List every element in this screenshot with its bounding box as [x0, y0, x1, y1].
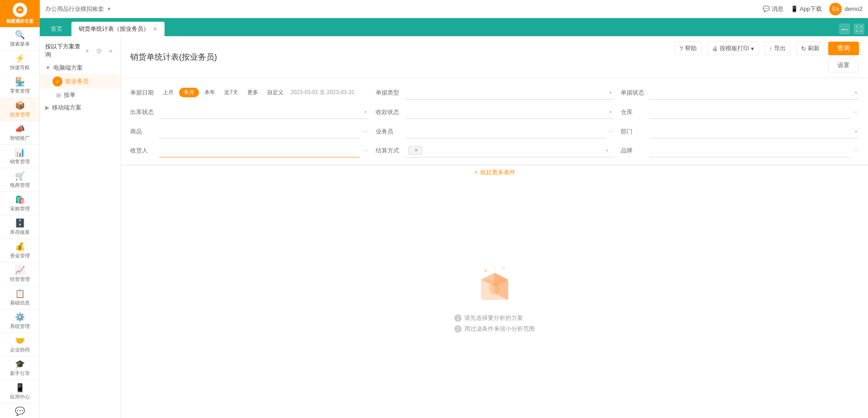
date-option-this-month[interactable]: 本月 — [179, 88, 199, 97]
date-range: 2023-03-01 至 2023-03-31 — [291, 89, 354, 96]
app-download-btn[interactable]: 📱 App下载 — [791, 5, 822, 13]
refresh-btn[interactable]: ↻ 刷新 — [796, 42, 825, 55]
date-option-last-month[interactable]: 上月 — [159, 88, 177, 97]
brand-input[interactable] — [650, 144, 851, 157]
collect-status-label: 收款状态 — [376, 108, 401, 116]
sidebar-item-quick-nav[interactable]: ⚡ 快捷导航 — [0, 51, 39, 74]
sidebar-item-finance-label: 资金管理 — [10, 252, 30, 259]
search-icon: 🔍 — [15, 30, 25, 40]
sidebar-item-retail-label: 零售管理 — [10, 88, 30, 95]
sidebar-item-inventory[interactable]: 🗄️ 库存核算 — [0, 215, 39, 239]
logo-icon — [13, 3, 27, 17]
tree-section-mobile[interactable]: ▶ 移动端方案 — [40, 101, 121, 114]
tree-subitem-order-label: 按单 — [64, 91, 75, 99]
warehouse-input[interactable] — [650, 105, 851, 119]
bill-type-filter: 单据类型 ▾ — [376, 86, 614, 100]
collapse-panel-btn[interactable]: « — [106, 46, 115, 55]
empty-state: 1 请先选择要分析的方案 2 用过滤条件来缩小分析范围 — [121, 179, 868, 418]
out-status-select[interactable] — [159, 105, 368, 119]
refresh-label: 刷新 — [808, 44, 820, 52]
help-btn[interactable]: ? 帮助 — [675, 42, 701, 55]
warehouse-dots-icon[interactable]: ··· — [851, 108, 859, 116]
page-title: 销货单统计表(按业务员) — [130, 52, 217, 62]
salesman-filter: 业务员 ··· — [376, 125, 614, 138]
salesman-input[interactable] — [405, 125, 606, 138]
collapse-bar[interactable]: ∧ 收起更多条件 — [121, 165, 868, 179]
sidebar: 畅捷通好生意 🔍 搜索菜单 ⚡ 快捷导航 🏪 零售管理 📦 批发管理 📣 营销推… — [0, 0, 40, 418]
consignee-input[interactable] — [159, 144, 360, 157]
sidebar-item-ecommerce[interactable]: 🛒 电商管理 — [0, 168, 39, 192]
user-info[interactable]: Ea demo2 — [829, 3, 863, 15]
print-icon: 🖨 — [712, 45, 718, 52]
retail-icon: 🏪 — [15, 77, 25, 87]
tree-section-pc[interactable]: ▼ 电脑端方案 — [40, 62, 121, 74]
payment-method-tag-close[interactable]: ✕ — [414, 147, 418, 153]
svg-point-5 — [484, 269, 487, 272]
sidebar-item-apps[interactable]: 📱 应用中心 — [0, 380, 39, 404]
sidebar-item-system-label: 系统管理 — [10, 323, 30, 330]
app-logo: 畅捷通好生意 — [0, 0, 40, 27]
wechat-icon: 💬 — [15, 406, 25, 416]
purchase-icon: 🛍️ — [15, 195, 25, 204]
tree-leaf-salesman[interactable]: ✓ 按业务员 — [40, 74, 121, 89]
sidebar-item-sales[interactable]: 📊 销售管理 — [0, 145, 39, 168]
filter-row-2: 出库状态 ▾ 收款状态 — [130, 105, 859, 119]
sidebar-item-basic[interactable]: 📋 基础信息 — [0, 286, 39, 309]
message-btn[interactable]: 💬 消息 — [763, 5, 783, 13]
date-option-more[interactable]: 更多 — [244, 88, 262, 97]
tab-home-label: 首页 — [51, 25, 62, 33]
sidebar-item-purchase-label: 采购管理 — [10, 205, 30, 212]
tab-maximize-btn[interactable]: ⛶ — [854, 24, 864, 34]
query-button[interactable]: 查询 — [828, 42, 859, 55]
sidebar-item-purchase[interactable]: 🛍️ 采购管理 — [0, 192, 39, 215]
sidebar-item-marketing[interactable]: 📣 营销推广 — [0, 121, 39, 145]
collect-status-select[interactable] — [405, 105, 614, 119]
sidebar-nav: 🔍 搜索菜单 ⚡ 快捷导航 🏪 零售管理 📦 批发管理 📣 营销推广 📊 销售管… — [0, 27, 39, 418]
export-btn[interactable]: ↑ 导出 — [764, 42, 791, 55]
tab-home[interactable]: 首页 — [43, 22, 70, 36]
date-filter-label: 单据日期 — [130, 89, 156, 97]
tab-minimize-btn[interactable]: — — [839, 24, 850, 34]
brand-dots-icon[interactable]: ··· — [851, 147, 859, 155]
payment-method-label: 结算方式 — [376, 147, 401, 155]
date-option-custom[interactable]: 自定义 — [264, 88, 287, 97]
tab-sales-stats[interactable]: 销货单统计表（按业务员） ✕ — [71, 22, 165, 36]
empty-tip-2: 2 用过滤条件来缩小分析范围 — [454, 325, 535, 333]
warehouse-label: 仓库 — [621, 108, 646, 116]
subitem-icon: ⊞ — [56, 92, 61, 99]
consignee-dots-icon[interactable]: ··· — [360, 147, 368, 155]
sidebar-item-enterprise[interactable]: 🤝 企业协同 — [0, 333, 39, 356]
apps-icon: 📱 — [15, 383, 25, 393]
sidebar-item-search[interactable]: 🔍 搜索菜单 — [0, 27, 39, 51]
sidebar-item-newbie[interactable]: 🎓 新手引导 — [0, 356, 39, 380]
print-btn[interactable]: 🖨 按模板打印 ▾ — [707, 42, 759, 55]
sidebar-item-operation[interactable]: 📈 经营管理 — [0, 262, 39, 286]
operation-icon: 📈 — [15, 265, 25, 275]
tab-close-icon[interactable]: ✕ — [153, 26, 157, 32]
sidebar-item-system[interactable]: ⚙️ 系统管理 — [0, 309, 39, 333]
tree-section-pc-label: 电脑端方案 — [53, 64, 83, 72]
settings-button[interactable]: 设置 — [828, 58, 859, 72]
salesman-dots-icon[interactable]: ··· — [606, 128, 613, 136]
goods-dots-icon[interactable]: ··· — [360, 128, 368, 136]
sidebar-item-retail[interactable]: 🏪 零售管理 — [0, 74, 39, 98]
company-name: 办公用品行业模拟账套 — [45, 5, 104, 13]
sidebar-item-wechat[interactable]: 💬 企业微信 — [0, 404, 39, 418]
bill-status-select[interactable] — [650, 86, 859, 99]
tree-subitem-order[interactable]: ⊞ 按单 — [40, 89, 121, 101]
empty-tip-2-text: 用过滤条件来缩小分析范围 — [464, 325, 535, 333]
payment-method-select[interactable] — [424, 144, 610, 157]
department-select[interactable] — [650, 124, 859, 138]
add-scheme-btn[interactable]: + — [83, 46, 92, 55]
empty-illustration — [472, 261, 517, 307]
date-option-7days[interactable]: 近7天 — [221, 88, 242, 97]
sidebar-item-wholesale[interactable]: 📦 批发管理 — [0, 98, 39, 121]
sidebar-item-finance[interactable]: 💰 资金管理 — [0, 239, 39, 262]
date-option-this-year[interactable]: 本年 — [201, 88, 219, 97]
sidebar-item-wholesale-label: 批发管理 — [10, 111, 30, 118]
goods-filter: 商品 ··· — [130, 125, 368, 138]
goods-input[interactable] — [159, 125, 360, 138]
edit-scheme-btn[interactable]: ⊙ — [94, 46, 104, 55]
tabbar: 首页 销货单统计表（按业务员） ✕ — ⛶ — [40, 18, 868, 36]
bill-type-select[interactable] — [405, 86, 614, 99]
